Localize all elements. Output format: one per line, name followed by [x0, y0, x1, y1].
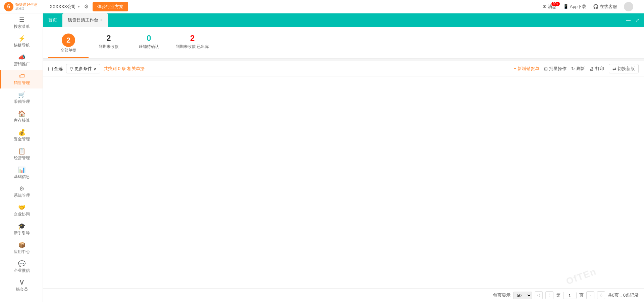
- filter-btn[interactable]: ▽ 更多条件 ∨: [66, 64, 100, 73]
- tab-bar: 首页 钱货日清工作台 × — ⤢: [43, 13, 644, 27]
- count-text: 共找到: [104, 66, 117, 71]
- nav-icon: ⚡: [18, 36, 25, 42]
- online-service-item[interactable]: 🎧 在线客服: [593, 4, 617, 10]
- company-selector[interactable]: XXXXXX公司 ▼: [50, 4, 80, 10]
- prev-page-btn[interactable]: ⟨: [545, 291, 553, 299]
- sidebar-item-basic-info[interactable]: 📊 基础信息: [0, 164, 43, 182]
- stats-tabs: 2 全部单据 2 到期未收款 0 旺铺待确认 2 到期未收款 已出库: [43, 27, 644, 59]
- apps-icon: 📦: [18, 242, 25, 248]
- sidebar-label-wechat: 企业微信: [14, 268, 30, 274]
- print-icon: 🖨: [590, 66, 594, 71]
- page-label: 第: [556, 292, 560, 298]
- switch-icon: ⇄: [612, 66, 616, 71]
- sidebar-item-search[interactable]: ☰ 搜索菜单: [0, 13, 43, 32]
- tab-workbench[interactable]: 钱货日清工作台 ×: [62, 13, 108, 27]
- enterprise-icon: 🤝: [18, 204, 25, 210]
- sidebar-item-enterprise[interactable]: 🤝 企业协同: [0, 201, 43, 220]
- online-service-label: 在线客服: [600, 4, 617, 10]
- stat-num-all: 2: [62, 34, 75, 47]
- stat-label-shipped: 到期未收款 已出库: [176, 44, 209, 50]
- sidebar-item-inventory[interactable]: 🏠 库存核算: [0, 107, 43, 126]
- sidebar-item-system[interactable]: ⚙ 系统管理: [0, 182, 43, 201]
- tab-expand-btn[interactable]: ⤢: [634, 17, 641, 23]
- page-suffix: 页: [579, 292, 584, 298]
- toolbar: 全选 ▽ 更多条件 ∨ 共找到 0 条 相关单据 + 新增销货单 ⊞: [43, 61, 644, 76]
- inventory-icon: 🏠: [18, 111, 25, 117]
- refresh-icon: ↻: [571, 66, 575, 71]
- message-item[interactable]: ✉ 消息 99+: [543, 4, 556, 10]
- purchase-icon: 🛒: [18, 92, 25, 98]
- page-input[interactable]: [563, 292, 577, 299]
- sidebar-item-nav[interactable]: ⚡ 快捷导航: [0, 32, 43, 51]
- next-page-btn[interactable]: ⟩: [586, 291, 594, 299]
- sidebar-item-apps[interactable]: 📦 应用中心: [0, 239, 43, 257]
- tab-minimize-btn[interactable]: —: [625, 17, 632, 23]
- sidebar: ☰ 搜索菜单 ⚡ 快捷导航 📣 营销推广 🏷 销售管理 🛒 采购管理 🏠 库存核…: [0, 13, 43, 302]
- sidebar-item-finance[interactable]: 💰 资金管理: [0, 126, 43, 145]
- trial-button[interactable]: 体验行业方案: [93, 2, 128, 11]
- company-name: XXXXXX公司: [50, 4, 76, 10]
- sidebar-label-basic-info: 基础信息: [14, 174, 30, 180]
- finance-icon: 💰: [18, 129, 25, 135]
- select-all-text: 全选: [54, 66, 63, 72]
- per-page-label: 每页显示: [493, 292, 511, 298]
- select-all-checkbox[interactable]: [48, 67, 53, 71]
- toolbar-right: + 新增销货单 ⊞ 批量操作 ↻ 刷新 🖨 打印 ⇄: [514, 64, 639, 73]
- stat-tab-shipped[interactable]: 2 到期未收款 已出库: [169, 31, 216, 58]
- settings-icon[interactable]: ⚙: [84, 3, 89, 10]
- stat-label-overdue: 到期未收款: [95, 44, 122, 50]
- app-download-icon: 📱: [563, 4, 569, 9]
- tab-bar-actions: — ⤢: [625, 17, 644, 23]
- app-download-label: App下载: [570, 4, 586, 10]
- sidebar-item-wechat[interactable]: 💬 企业微信: [0, 257, 43, 276]
- app-download-item[interactable]: 📱 App下载: [563, 4, 586, 10]
- system-icon: ⚙: [19, 186, 24, 192]
- logo-icon: 6: [4, 2, 13, 11]
- logo-text: 畅捷通好生意: [15, 2, 38, 7]
- sidebar-item-sales[interactable]: 🏷 销售管理: [0, 70, 43, 88]
- stat-tab-wangpu[interactable]: 0 旺铺待确认: [129, 31, 169, 58]
- sidebar-item-member[interactable]: V 畅会员: [0, 276, 43, 295]
- main-layout: ☰ 搜索菜单 ⚡ 快捷导航 📣 营销推广 🏷 销售管理 🛒 采购管理 🏠 库存核…: [0, 13, 644, 302]
- sales-icon: 🏷: [19, 73, 25, 79]
- sidebar-item-management[interactable]: 📋 经营管理: [0, 145, 43, 164]
- sidebar-item-marketing[interactable]: 📣 营销推广: [0, 51, 43, 70]
- avatar[interactable]: [624, 2, 633, 11]
- pagination: 每页显示 50 100 200 ⟨⟨ ⟨ 第 页 ⟩ ⟩⟩ 共0页，0条记录: [43, 288, 644, 302]
- search-menu-icon: ☰: [19, 17, 24, 23]
- refresh-btn[interactable]: ↻ 刷新: [571, 66, 585, 72]
- tab-close-icon[interactable]: ×: [100, 18, 103, 22]
- per-page-select[interactable]: 50 100 200: [513, 292, 532, 299]
- online-service-icon: 🎧: [593, 4, 598, 9]
- select-all-label[interactable]: 全选: [48, 66, 63, 72]
- count-unit: 条: [121, 66, 126, 71]
- first-page-btn[interactable]: ⟨⟨: [535, 291, 543, 299]
- stat-num-wangpu: 0: [136, 34, 162, 43]
- logo-text-area: 畅捷通好生意 标准版: [15, 2, 38, 11]
- filter-label: 更多条件: [74, 66, 92, 72]
- sidebar-label-enterprise: 企业协同: [14, 212, 30, 217]
- top-header: 6 畅捷通好生意 标准版 XXXXXX公司 ▼ ⚙ 体验行业方案 ✉ 消息 99…: [0, 0, 644, 13]
- wechat-icon: 💬: [18, 261, 25, 267]
- logo-area: 6 畅捷通好生意 标准版: [4, 2, 47, 11]
- sidebar-label-management: 经营管理: [14, 155, 30, 161]
- print-btn[interactable]: 🖨 打印: [590, 66, 604, 72]
- stat-tab-overdue[interactable]: 2 到期未收款: [89, 31, 129, 58]
- new-order-btn[interactable]: + 新增销货单: [514, 66, 539, 72]
- filter-arrow-icon: ∨: [93, 66, 97, 71]
- related-label: 相关单据: [127, 66, 145, 71]
- tab-workbench-label: 钱货日清工作台: [68, 17, 98, 23]
- stat-tab-all[interactable]: 2 全部单据: [48, 31, 89, 58]
- switch-version-btn[interactable]: ⇄ 切换新版: [609, 64, 639, 73]
- sidebar-label-apps: 应用中心: [14, 249, 30, 255]
- last-page-btn[interactable]: ⟩⟩: [597, 291, 605, 299]
- sidebar-label-purchase: 采购管理: [14, 99, 30, 105]
- batch-icon: ⊞: [544, 66, 548, 71]
- tab-home[interactable]: 首页: [43, 13, 62, 27]
- refresh-label: 刷新: [576, 66, 585, 72]
- print-label: 打印: [595, 66, 604, 72]
- stat-label-wangpu: 旺铺待确认: [136, 44, 162, 50]
- sidebar-item-purchase[interactable]: 🛒 采购管理: [0, 88, 43, 107]
- batch-btn[interactable]: ⊞ 批量操作: [544, 66, 567, 72]
- sidebar-item-guide[interactable]: 🎓 新手引导: [0, 220, 43, 239]
